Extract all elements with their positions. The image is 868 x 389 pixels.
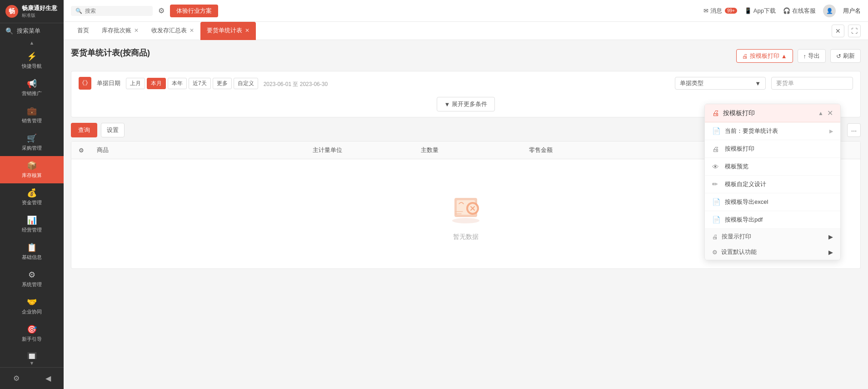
sidebar-item-purchase[interactable]: 🛒 采购管理 — [0, 129, 64, 156]
display-print-arrow: ▶ — [828, 233, 833, 240]
topbar-search-input[interactable] — [85, 8, 140, 14]
display-print-icon: 🖨 — [712, 233, 718, 240]
order-type-arrow: ▼ — [755, 80, 761, 87]
tab-close-receivable[interactable]: ✕ — [190, 27, 194, 34]
sidebar-label-sales: 销售管理 — [22, 117, 42, 124]
goods-filter-input[interactable]: 要货单 — [771, 77, 853, 90]
topbar-search-box[interactable]: 🔍 — [71, 6, 153, 16]
date-btn-custom[interactable]: 自定义 — [234, 78, 258, 89]
sidebar-item-collab[interactable]: 🤝 企业协同 — [0, 293, 64, 320]
date-btn-more[interactable]: 更多 — [213, 78, 232, 89]
appstore-icon: 🔲 — [27, 352, 37, 359]
dropdown-print-icon: 🖨 — [712, 109, 719, 117]
more-options-btn[interactable]: ··· — [847, 123, 861, 137]
top-action-buttons: 🖨 按模板打印 ▲ ↑ 导出 ↺ 刷新 — [736, 49, 861, 63]
date-btn-this-year[interactable]: 本年 — [168, 78, 187, 89]
query-btn[interactable]: 查询 — [71, 123, 97, 137]
set-default-arrow: ▶ — [828, 249, 833, 256]
operations-icon: 📊 — [27, 215, 37, 225]
dropdown-item-export-pdf[interactable]: 📄 按模板导出pdf — [705, 211, 840, 229]
sidebar-item-guide[interactable]: 🎯 新手引导 — [0, 320, 64, 347]
tab-order-stats[interactable]: 要货单统计表 ✕ — [200, 22, 256, 40]
order-type-select[interactable]: 单据类型 ▼ — [675, 77, 766, 90]
app-download-label: App下载 — [753, 7, 776, 15]
topbar-gear-icon[interactable]: ⚙ — [158, 6, 165, 15]
sidebar-item-finance[interactable]: 💰 资金管理 — [0, 183, 64, 211]
topbar-actions: ✉ 消息 99+ 📱 App下载 🎧 在线客服 👤 用户名 — [703, 5, 861, 17]
sidebar-item-quick-nav[interactable]: ⚡ 快捷导航 — [0, 47, 64, 74]
page-content: 要货单统计表(按商品) 🖨 按模板打印 ▲ ↑ 导出 ↺ 刷新 — [64, 40, 868, 389]
printer-icon: 🖨 — [742, 53, 748, 60]
set-default-icon: ⚙ — [712, 249, 718, 256]
marketing-icon: 📢 — [27, 79, 37, 89]
sidebar-item-sales[interactable]: 💼 销售管理 — [0, 101, 64, 129]
dropdown-item-export-excel[interactable]: 📄 按模板导出excel — [705, 193, 840, 211]
purchase-icon: 🛒 — [27, 133, 37, 143]
current-template-icon: 📄 — [712, 127, 720, 135]
guide-icon: 🎯 — [27, 324, 37, 334]
goods-filter-label: 要货单 — [776, 79, 794, 87]
date-range-display: 2023-06-01 至 2023-06-30 — [264, 81, 328, 88]
dropdown-collapse-btn[interactable]: ▲ — [818, 110, 823, 116]
expand-window-btn[interactable]: ⛶ — [848, 25, 861, 37]
settings-btn[interactable]: 设置 — [101, 123, 125, 137]
customer-service-label: 在线客服 — [792, 7, 816, 15]
dropdown-close-btn[interactable]: ✕ — [827, 109, 833, 117]
dropdown-item-template-print[interactable]: 🖨 按模板打印 — [705, 140, 840, 158]
date-btn-7days[interactable]: 近7天 — [189, 78, 211, 89]
app-download-action[interactable]: 📱 App下载 — [744, 7, 776, 15]
expand-filter-btn[interactable]: ▼ 展开更多条件 — [437, 97, 495, 111]
sidebar-item-marketing[interactable]: 📢 营销推广 — [0, 74, 64, 101]
filter-row-1: 《》 单据日期 上月 本月 本年 近7天 更多 自定义 2023-06-01 至… — [79, 77, 853, 90]
close-all-tabs-btn[interactable]: ✕ — [832, 25, 844, 37]
dropdown-item-template-preview[interactable]: 👁 模板预览 — [705, 158, 840, 176]
sidebar-item-basic[interactable]: 📋 基础信息 — [0, 238, 64, 265]
sidebar-label-collab: 企业协同 — [22, 308, 42, 315]
trial-btn[interactable]: 体验行业方案 — [170, 5, 218, 17]
tab-home[interactable]: 首页 — [71, 22, 95, 40]
tab-close-order-stats[interactable]: ✕ — [245, 27, 249, 34]
sidebar-item-inventory[interactable]: 📦 库存核算 — [0, 156, 64, 183]
customer-service-icon: 🎧 — [783, 7, 790, 14]
search-icon: 🔍 — [5, 27, 13, 35]
settings-bottom-btn[interactable]: ⚙ — [11, 372, 21, 384]
date-btn-this-month[interactable]: 本月 — [147, 78, 166, 89]
dropdown-display-print[interactable]: 🖨 按显示打印 ▶ — [705, 229, 840, 244]
message-badge: 99+ — [725, 8, 737, 14]
tab-close-inventory-batch[interactable]: ✕ — [134, 27, 139, 34]
empty-illustration — [445, 187, 486, 227]
template-custom-icon: ✏ — [712, 180, 720, 188]
customer-service-action[interactable]: 🎧 在线客服 — [783, 7, 816, 15]
sidebar-item-appstore[interactable]: 🔲 应用中心 — [0, 347, 64, 359]
refresh-icon: ↺ — [836, 53, 841, 60]
sidebar-item-system[interactable]: ⚙ 系统管理 — [0, 265, 64, 293]
settings-col-icon[interactable]: ⚙ — [79, 147, 84, 154]
dropdown-current-template[interactable]: 📄 当前：要货单统计表 ▶ — [705, 122, 840, 140]
sidebar-scroll-down[interactable]: ▼ — [0, 359, 64, 367]
logo-icon: 畅 — [5, 5, 18, 18]
sidebar-search[interactable]: 🔍 搜索菜单 — [0, 23, 64, 39]
sidebar-label-purchase: 采购管理 — [22, 145, 42, 152]
logo-text: 畅康通好生意 标准版 — [22, 5, 57, 18]
refresh-btn[interactable]: ↺ 刷新 — [830, 49, 861, 63]
collapse-btn[interactable]: ◀ — [44, 372, 53, 384]
message-action[interactable]: ✉ 消息 99+ — [703, 7, 737, 15]
export-pdf-icon: 📄 — [712, 216, 720, 224]
filter-toggle-btn[interactable]: 《》 — [79, 77, 91, 90]
user-avatar[interactable]: 👤 — [823, 5, 836, 17]
sidebar: 畅 畅康通好生意 标准版 🔍 搜索菜单 ▲ ⚡ 快捷导航 📢 营销推广 💼 销售… — [0, 0, 64, 389]
dropdown-item-template-custom[interactable]: ✏ 模板自定义设计 — [705, 176, 840, 193]
sidebar-label-basic: 基础信息 — [22, 254, 42, 261]
sidebar-scroll-up[interactable]: ▲ — [0, 39, 64, 47]
sidebar-label-marketing: 营销推广 — [22, 90, 42, 97]
print-template-btn[interactable]: 🖨 按模板打印 ▲ — [736, 49, 793, 63]
sidebar-item-operations[interactable]: 📊 经营管理 — [0, 211, 64, 238]
date-buttons-group: 上月 本月 本年 近7天 更多 自定义 — [126, 78, 258, 89]
export-excel-icon: 📄 — [712, 198, 720, 206]
tab-inventory-batch[interactable]: 库存批次账 ✕ — [95, 22, 145, 40]
date-btn-last-month[interactable]: 上月 — [126, 78, 145, 89]
tab-receivable[interactable]: 收发存汇总表 ✕ — [145, 22, 200, 40]
print-dropdown-menu: 🖨 按模板打印 ▲ ✕ 📄 当前：要货单统计表 ▶ 🖨 按模板打印 👁 模板 — [704, 104, 841, 260]
dropdown-set-default[interactable]: ⚙ 设置默认功能 ▶ — [705, 244, 840, 260]
export-btn[interactable]: ↑ 导出 — [798, 49, 826, 63]
